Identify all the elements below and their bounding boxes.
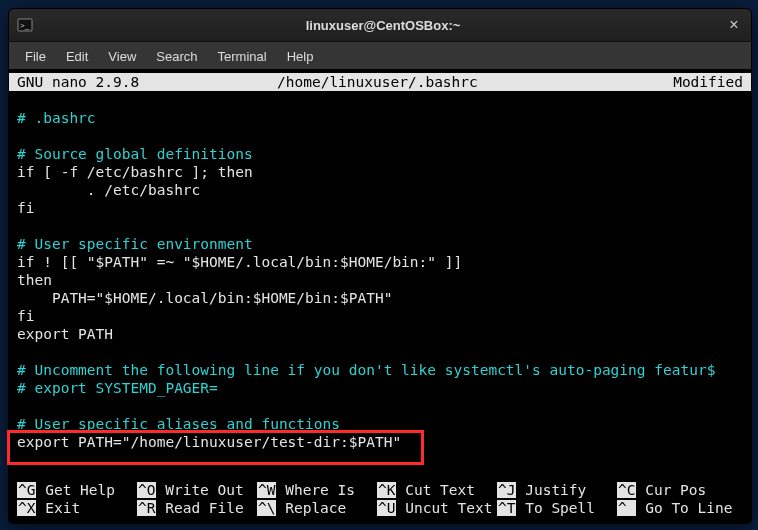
shortcut-key: ^R [137,500,156,516]
shortcut-cell: ^W Where Is [257,481,377,499]
shortcut-label: Cut Text [396,482,475,498]
editor-line [17,217,743,235]
editor-line: fi [17,199,743,217]
shortcut-label: Read File [156,500,243,516]
nano-file: /home/linuxuser/.bashrc [277,73,663,91]
editor-line: PATH="$HOME/.local/bin:$HOME/bin:$PATH" [17,289,743,307]
shortcut-cell: ^C Cur Pos [617,481,737,499]
svg-text:>_: >_ [20,21,30,30]
shortcut-key: ^O [137,482,156,498]
editor-content[interactable]: # .bashrc # Source global definitionsif … [17,91,743,451]
editor-line: if ! [[ "$PATH" =~ "$HOME/.local/bin:$HO… [17,253,743,271]
editor-line: export PATH [17,325,743,343]
editor-line [17,91,743,109]
shortcut-cell: ^_ Go To Line [617,499,737,517]
shortcut-label: Get Help [36,482,115,498]
shortcut-label: Exit [36,500,80,516]
shortcut-key: ^\ [257,500,276,516]
shortcut-cell: ^O Write Out [137,481,257,499]
shortcut-label: Where Is [276,482,355,498]
shortcut-label: Write Out [156,482,243,498]
menu-help[interactable]: Help [277,45,324,68]
shortcut-key: ^W [257,482,276,498]
editor-line [17,397,743,415]
editor-line: . /etc/bashrc [17,181,743,199]
editor-line: fi [17,307,743,325]
shortcut-cell: ^U Uncut Text [377,499,497,517]
titlebar: >_ linuxuser@CentOSBox:~ × [9,9,751,42]
editor-line: # User specific aliases and functions [17,415,743,433]
shortcut-key: ^K [377,482,396,498]
terminal-icon: >_ [17,17,33,33]
editor-line: then [17,271,743,289]
shortcut-label: To Spell [516,500,595,516]
nano-status: Modified [663,73,743,91]
shortcut-label: Go To Line [636,500,732,516]
shortcut-label: Cur Pos [636,482,706,498]
terminal-window: >_ linuxuser@CentOSBox:~ × File Edit Vie… [8,8,752,524]
nano-header: GNU nano 2.9.8 /home/linuxuser/.bashrc M… [9,73,751,91]
shortcut-key: ^X [17,500,36,516]
window-title: linuxuser@CentOSBox:~ [41,18,725,33]
editor-line: # User specific environment [17,235,743,253]
shortcut-key: ^_ [617,500,636,516]
editor-line: # Source global definitions [17,145,743,163]
shortcut-key: ^U [377,500,396,516]
terminal-area[interactable]: GNU nano 2.9.8 /home/linuxuser/.bashrc M… [9,69,751,523]
menu-search[interactable]: Search [146,45,207,68]
shortcut-key: ^T [497,500,516,516]
editor-line: # export SYSTEMD_PAGER= [17,379,743,397]
shortcut-cell: ^\ Replace [257,499,377,517]
menu-terminal[interactable]: Terminal [208,45,277,68]
menu-file[interactable]: File [15,45,56,68]
shortcut-cell: ^X Exit [17,499,137,517]
shortcut-key: ^C [617,482,636,498]
shortcut-label: Justify [516,482,586,498]
editor-line [17,127,743,145]
close-button[interactable]: × [725,16,743,34]
shortcut-key: ^G [17,482,36,498]
shortcut-cell: ^T To Spell [497,499,617,517]
nano-version: GNU nano 2.9.8 [17,73,277,91]
editor-line: if [ -f /etc/bashrc ]; then [17,163,743,181]
editor-line [17,343,743,361]
shortcut-cell: ^G Get Help [17,481,137,499]
shortcut-key: ^J [497,482,516,498]
editor-line: export PATH="/home/linuxuser/test-dir:$P… [17,433,743,451]
shortcut-label: Replace [276,500,346,516]
shortcut-cell: ^J Justify [497,481,617,499]
editor-line: # .bashrc [17,109,743,127]
shortcut-label: Uncut Text [396,500,492,516]
menubar: File Edit View Search Terminal Help [9,42,751,71]
nano-shortcuts: ^G Get Help^O Write Out^W Where Is^K Cut… [9,481,751,517]
shortcut-cell: ^R Read File [137,499,257,517]
menu-edit[interactable]: Edit [56,45,98,68]
shortcut-cell: ^K Cut Text [377,481,497,499]
menu-view[interactable]: View [98,45,146,68]
editor-line: # Uncomment the following line if you do… [17,361,743,379]
